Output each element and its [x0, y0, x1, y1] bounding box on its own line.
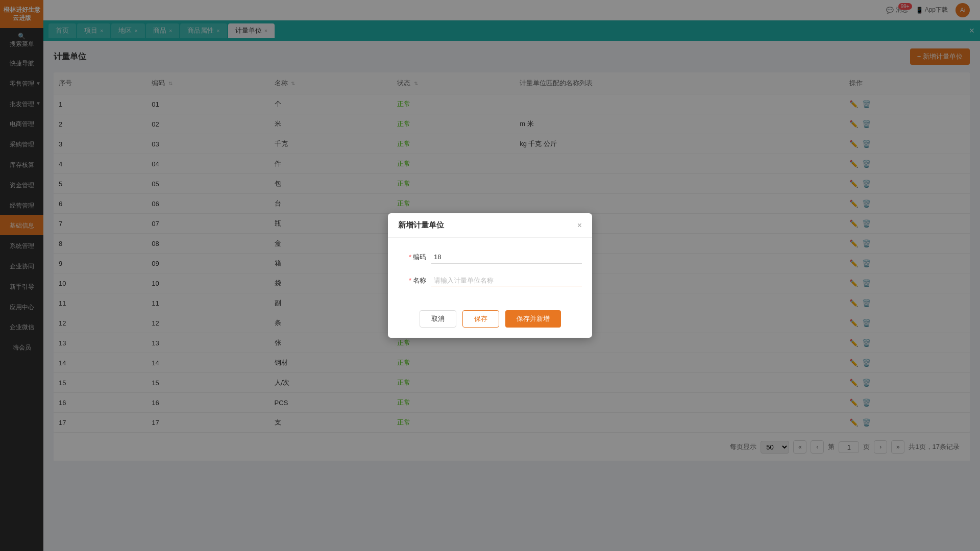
name-label: *名称: [398, 276, 426, 285]
code-label: *编码: [398, 253, 426, 262]
save-button[interactable]: 保存: [462, 310, 499, 328]
save-and-new-button[interactable]: 保存并新增: [505, 310, 561, 328]
modal-body: *编码 *名称: [388, 238, 592, 305]
modal-close-button[interactable]: ×: [577, 221, 582, 230]
name-input[interactable]: [431, 274, 582, 287]
code-input[interactable]: [431, 251, 582, 264]
cancel-button[interactable]: 取消: [420, 310, 456, 328]
modal-header: 新增计量单位 ×: [388, 213, 592, 238]
modal-footer: 取消 保存 保存并新增: [388, 305, 592, 338]
add-unit-modal: 新增计量单位 × *编码 *名称 取消 保存 保存并新增: [388, 213, 592, 338]
name-form-row: *名称: [398, 274, 582, 287]
code-form-row: *编码: [398, 251, 582, 264]
modal-title: 新增计量单位: [398, 220, 444, 230]
modal-overlay: 新增计量单位 × *编码 *名称 取消 保存 保存并新增: [0, 0, 980, 551]
